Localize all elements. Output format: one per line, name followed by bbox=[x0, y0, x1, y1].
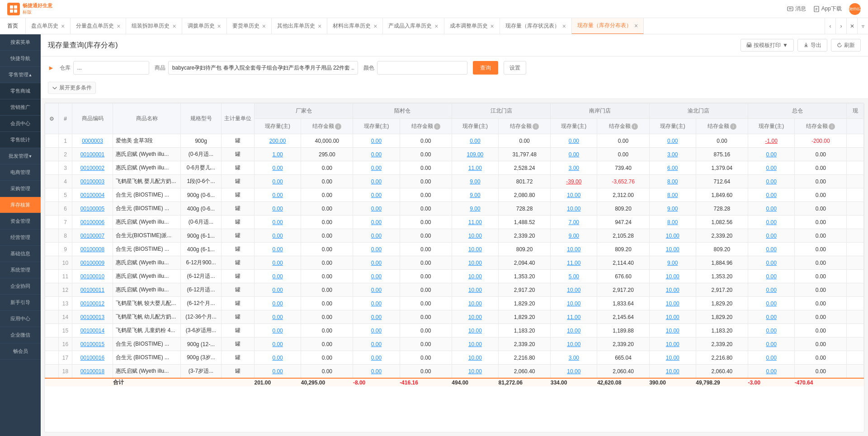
app-download-btn[interactable]: App下载 bbox=[813, 5, 842, 13]
th-settings[interactable]: ⚙ bbox=[45, 103, 59, 134]
query-btn[interactable]: 查询 bbox=[473, 61, 498, 75]
info-icon-3[interactable]: i bbox=[533, 123, 539, 130]
sidebar-item-vip[interactable]: 畅会员 bbox=[0, 343, 41, 360]
tab-close-count-history[interactable]: × bbox=[61, 23, 65, 30]
sidebar-item-wechat[interactable]: 企业微信 bbox=[0, 327, 41, 343]
sidebar-item-enterprise[interactable]: 企业协同 bbox=[0, 278, 41, 295]
tab-count-history[interactable]: 盘点单历史× bbox=[26, 18, 71, 34]
tab-product-in[interactable]: 产成品入库单历史× bbox=[383, 18, 444, 34]
tab-close-order[interactable]: × bbox=[262, 23, 266, 30]
table-cell bbox=[847, 297, 864, 310]
table-cell bbox=[847, 338, 864, 351]
tab-close-product-in[interactable]: × bbox=[434, 23, 438, 30]
table-cell: 00100002 bbox=[72, 161, 113, 175]
sidebar-item-inventory[interactable]: 库存核算 bbox=[0, 197, 41, 213]
sidebar-item-search[interactable]: 搜索英单 bbox=[0, 34, 41, 51]
sidebar-item-purchase[interactable]: 采购管理 bbox=[0, 181, 41, 197]
sidebar-item-app-center[interactable]: 应用中心 bbox=[0, 311, 41, 327]
table-cell: 1 bbox=[59, 134, 72, 148]
table-cell bbox=[45, 256, 59, 270]
tab-close-split-count[interactable]: × bbox=[117, 23, 120, 30]
svg-rect-0 bbox=[10, 5, 13, 9]
user-avatar-btn[interactable]: demo2 bbox=[849, 3, 861, 15]
color-input[interactable] bbox=[377, 61, 467, 75]
tab-close-material-out[interactable]: × bbox=[373, 23, 377, 30]
table-cell: 9.00 bbox=[452, 175, 498, 188]
table-cell: 0.00 bbox=[748, 175, 795, 188]
sidebar-item-marketing[interactable]: 营销推广 bbox=[0, 99, 41, 116]
sidebar-item-guide[interactable]: 新手引导 bbox=[0, 295, 41, 311]
sidebar-item-finance[interactable]: 资金管理 bbox=[0, 213, 41, 230]
tab-next-btn[interactable]: › bbox=[835, 18, 846, 34]
sidebar-label-vip: 畅会员 bbox=[13, 348, 28, 354]
sidebar-item-retail-store[interactable]: 零售商城 bbox=[0, 83, 41, 99]
tab-order[interactable]: 要货单历史× bbox=[227, 18, 272, 34]
expand-conditions-btn[interactable]: 展开更多条件 bbox=[48, 82, 96, 94]
table-cell: 0.00 bbox=[400, 310, 452, 324]
tab-stock-status[interactable]: 现存量（库存状况表）× bbox=[500, 18, 572, 34]
sidebar-item-retail-mgmt[interactable]: 零售管理▲ bbox=[0, 67, 41, 83]
table-cell: 0.00 bbox=[795, 216, 847, 229]
table-cell: 10.00 bbox=[551, 338, 597, 351]
info-icon-6[interactable]: i bbox=[829, 123, 835, 130]
tab-home[interactable]: 首页 bbox=[0, 18, 26, 34]
table-cell: 0.00 bbox=[499, 134, 551, 148]
sidebar-item-retail-stats[interactable]: 零售统计 bbox=[0, 132, 41, 148]
filter-expand-arrow[interactable]: ► bbox=[48, 64, 54, 71]
tab-split-count[interactable]: 分量盘点单历史× bbox=[71, 18, 126, 34]
tab-transfer[interactable]: 调拨单历史× bbox=[182, 18, 227, 34]
warehouse-input[interactable] bbox=[73, 61, 149, 75]
export-btn[interactable]: 导出 bbox=[797, 39, 827, 52]
warehouse-filter: 仓库 bbox=[60, 61, 149, 75]
sidebar-label-purchase: 采购管理 bbox=[10, 186, 30, 191]
sidebar-item-system[interactable]: 系统管理 bbox=[0, 262, 41, 278]
tab-close-cost-adjust[interactable]: × bbox=[491, 23, 494, 30]
table-cell: 0-6月婴儿... bbox=[181, 161, 222, 175]
tab-close-stock-dist[interactable]: × bbox=[634, 22, 638, 29]
table-cell: 16 bbox=[59, 338, 72, 351]
tab-close-other-out[interactable]: × bbox=[318, 23, 321, 30]
sidebar-item-basic[interactable]: 基础信息 bbox=[0, 246, 41, 262]
messages-btn[interactable]: 消息 bbox=[787, 5, 806, 13]
tab-assemble[interactable]: 组装拆卸单历史× bbox=[126, 18, 182, 34]
sidebar-item-quick-nav[interactable]: 快捷导航 bbox=[0, 51, 41, 67]
info-icon-5[interactable]: i bbox=[730, 123, 736, 130]
info-icon-4[interactable]: i bbox=[632, 123, 638, 130]
tab-other-out[interactable]: 其他出库单历史× bbox=[272, 18, 327, 34]
tab-close-all-btn[interactable]: ✕ bbox=[846, 18, 857, 34]
sidebar-label-operations: 经营管理 bbox=[10, 234, 30, 240]
setting-btn[interactable]: 设置 bbox=[504, 61, 526, 75]
table-cell: 惠氏启赋 (Wyeth illu... bbox=[113, 365, 181, 379]
goods-input[interactable] bbox=[168, 61, 358, 75]
tab-close-transfer[interactable]: × bbox=[217, 23, 221, 30]
table-cell: 1,379.04 bbox=[696, 161, 748, 175]
info-icon-2[interactable]: i bbox=[434, 123, 440, 130]
sidebar-label-basic: 基础信息 bbox=[10, 251, 30, 256]
table-cell: 0.00 bbox=[400, 161, 452, 175]
sidebar-label-guide: 新手引导 bbox=[10, 300, 30, 305]
table-cell bbox=[45, 175, 59, 188]
table-cell: 2,060.40 bbox=[696, 365, 748, 379]
sidebar-item-ecommerce[interactable]: 电商管理 bbox=[0, 164, 41, 181]
table-cell: 0.00 bbox=[255, 338, 301, 351]
sidebar-item-operations[interactable]: 经营管理 bbox=[0, 230, 41, 246]
sidebar-item-wholesale[interactable]: 批发管理▼ bbox=[0, 148, 41, 164]
table-cell: 0.00 bbox=[551, 148, 597, 161]
tab-expand-btn[interactable]: ▿ bbox=[857, 18, 868, 34]
tab-close-stock-status[interactable]: × bbox=[562, 23, 566, 30]
tab-prev-btn[interactable]: ‹ bbox=[825, 18, 835, 34]
tab-close-assemble[interactable]: × bbox=[172, 23, 176, 30]
table-cell: 0.00 bbox=[452, 134, 498, 148]
sidebar-item-member[interactable]: 会员中心 bbox=[0, 116, 41, 132]
tab-material-out[interactable]: 材料出库单历史× bbox=[327, 18, 383, 34]
table-cell: 7.00 bbox=[551, 216, 597, 229]
table-cell: 1,353.20 bbox=[696, 270, 748, 283]
table-cell bbox=[45, 351, 59, 365]
tab-cost-adjust[interactable]: 成本调整单历史× bbox=[444, 18, 500, 34]
info-icon-1[interactable]: i bbox=[335, 123, 341, 130]
tab-stock-dist[interactable]: 现存量（库存分布表）× bbox=[572, 18, 644, 34]
refresh-btn[interactable]: 刷新 bbox=[831, 39, 861, 52]
table-cell: 00100009 bbox=[72, 256, 113, 270]
main-layout: 搜索英单快捷导航零售管理▲零售商城营销推广会员中心零售统计批发管理▼电商管理采购… bbox=[0, 34, 868, 436]
print-btn[interactable]: 按模板打印▼ bbox=[741, 39, 794, 52]
